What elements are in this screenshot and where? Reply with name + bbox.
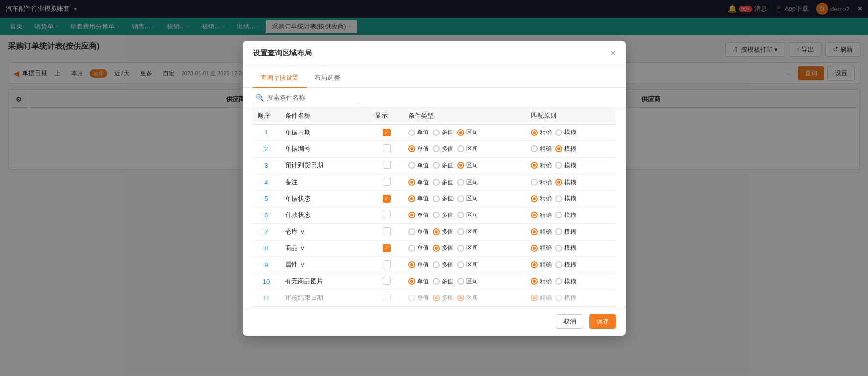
table-row: 4备注单值多值区间精确模糊 [253, 174, 616, 190]
header-name: 条件名称 [280, 107, 369, 125]
table-row: 5单据状态✓单值多值区间精确模糊 [253, 190, 616, 207]
conditions-table: 顺序 条件名称 显示 条件类型 匹配原则 1单据日期✓单值多值区间精确模糊2单据… [253, 107, 616, 307]
search-input[interactable] [267, 94, 355, 101]
search-icon: 🔍 [256, 94, 264, 102]
table-row: 10有无商品图片单值多值区间精确模糊 [253, 273, 616, 290]
table-row: 8商品 ∨✓单值多值区间精确模糊 [253, 240, 616, 256]
header-type: 条件类型 [403, 107, 526, 125]
settings-dialog: 设置查询区域布局 × 查询字段设置 布局调整 🔍 [243, 41, 626, 336]
modal-overlay[interactable]: 设置查询区域布局 × 查询字段设置 布局调整 🔍 [0, 0, 868, 376]
save-btn[interactable]: 保存 [589, 314, 616, 329]
dialog-tabs: 查询字段设置 布局调整 [243, 64, 626, 88]
table-header-row: 顺序 条件名称 显示 条件类型 匹配原则 [253, 107, 616, 125]
table-row: 1单据日期✓单值多值区间精确模糊 [253, 124, 616, 140]
table-row: 3预计到货日期单值多值区间精确模糊 [253, 157, 616, 174]
header-match: 匹配原则 [526, 107, 615, 125]
table-row: 11审核结束日期单值多值区间精确模糊 [253, 290, 616, 306]
dialog-title: 设置查询区域布局 [253, 49, 312, 58]
table-row: 9属性 ∨单值多值区间精确模糊 [253, 256, 616, 273]
header-order: 顺序 [253, 107, 281, 125]
dialog-footer: 取消 保存 [243, 307, 626, 336]
dialog-table-wrap: 顺序 条件名称 显示 条件类型 匹配原则 1单据日期✓单值多值区间精确模糊2单据… [243, 107, 626, 307]
tab-query-fields[interactable]: 查询字段设置 [253, 70, 307, 88]
dialog-body: 顺序 条件名称 显示 条件类型 匹配原则 1单据日期✓单值多值区间精确模糊2单据… [243, 107, 626, 307]
table-row: 7仓库 ∨单值多值区间精确模糊 [253, 223, 616, 240]
table-row: 2单据编号单值多值区间精确模糊 [253, 140, 616, 157]
table-row: 6付款状态单值多值区间精确模糊 [253, 207, 616, 223]
dialog-header: 设置查询区域布局 × [243, 41, 626, 64]
header-show: 显示 [370, 107, 403, 125]
dialog-close-btn[interactable]: × [610, 49, 616, 57]
tab-layout[interactable]: 布局调整 [307, 70, 348, 88]
dialog-search: 🔍 [243, 88, 626, 107]
cancel-btn[interactable]: 取消 [556, 314, 583, 329]
search-wrap: 🔍 [253, 93, 361, 103]
